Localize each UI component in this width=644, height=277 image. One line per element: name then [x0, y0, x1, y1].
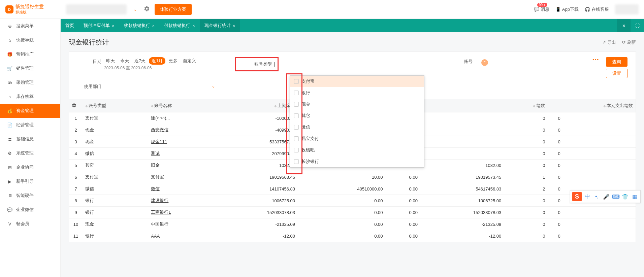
sidebar-item-gift[interactable]: 🎁营销推广 [0, 47, 60, 61]
account-name-link[interactable]: 工商银行1 [151, 210, 171, 215]
sidebar-item-db[interactable]: ≣基础信息 [0, 132, 60, 146]
tab[interactable]: 预付冲应付单× [79, 19, 119, 32]
dropdown-item[interactable]: 现金 [290, 99, 424, 110]
tab[interactable]: 付款核销执行× [159, 19, 200, 32]
wx-icon: 💬 [7, 207, 13, 213]
user-avatar-blurred[interactable] [615, 4, 639, 14]
account-name-link[interactable]: 陡(○○○)... [151, 115, 170, 120]
search-icon: ⊕ [7, 23, 13, 29]
sidebar-item-cart[interactable]: 🛒销售管理 [0, 61, 60, 75]
filter-date: 日期 昨天今天近7天近1月更多自定义 2023-05-06 至 2023-06-… [77, 57, 225, 71]
chevron-down-icon[interactable]: ⌄ [133, 7, 137, 12]
sidebar-item-wx[interactable]: 💬企业微信 [0, 203, 60, 217]
dropdown-item[interactable]: 银行 [290, 87, 424, 99]
account-name-link[interactable]: 西安微信 [151, 127, 168, 132]
table-header[interactable]: ◆笔数 [504, 99, 548, 112]
collapse-up-icon[interactable]: ⌃ [481, 59, 488, 66]
customer-service-link[interactable]: 🎧 在线客服 [585, 6, 609, 12]
checkbox[interactable] [294, 91, 299, 95]
bag-icon: 🛍 [7, 79, 13, 85]
close-icon[interactable]: × [233, 23, 235, 28]
ime-punct-icon[interactable]: •, [593, 193, 601, 200]
account-type-dropdown: 支付宝银行现金其它微信易宝支付收钱吧长沙银行 [290, 75, 424, 168]
checkbox[interactable] [294, 136, 299, 141]
headset-icon: 🎧 [585, 7, 590, 12]
more-dots-icon[interactable]: ••• [592, 57, 599, 62]
sidebar-item-bag[interactable]: 🛍采购管理 [0, 75, 60, 90]
sidebar-item-vip[interactable]: V畅会员 [0, 217, 60, 231]
date-chip[interactable]: 近1月 [149, 57, 165, 65]
table-header[interactable]: ◆账号名称 [148, 99, 214, 112]
promo-button[interactable]: 体验行业方案 [155, 4, 192, 15]
ime-mic-icon[interactable]: 🎤 [603, 193, 610, 200]
date-chip[interactable]: 昨天 [104, 57, 117, 65]
close-icon[interactable]: × [192, 23, 195, 28]
account-name-link[interactable]: 测试 [151, 151, 160, 156]
close-icon[interactable]: × [152, 23, 155, 28]
checkbox[interactable] [294, 125, 299, 130]
table-header[interactable]: ◆本期支出笔数 [548, 99, 636, 112]
close-all-tabs-button[interactable]: ✕ [617, 19, 631, 32]
ime-tools-icon[interactable]: ▦ [631, 193, 638, 200]
table-row: 6支付宝支付宝19019563.4510.000.0019019573.4510 [69, 171, 636, 183]
sidebar-item-box[interactable]: ⌂库存核算 [0, 90, 60, 104]
table-header[interactable] [420, 99, 504, 112]
dropdown-item[interactable]: 长沙银行 [290, 156, 424, 167]
checkbox[interactable] [294, 159, 299, 164]
refresh-button[interactable]: ⟳ 刷新 [622, 39, 636, 45]
sidebar-item-search[interactable]: ⊕搜索菜单 [0, 19, 60, 33]
sidebar-item-doc[interactable]: 📄经营管理 [0, 118, 60, 132]
export-button[interactable]: ↗ 导出 [602, 39, 616, 45]
account-name-link[interactable]: 建设银行 [151, 198, 168, 203]
close-icon[interactable]: × [112, 23, 115, 28]
sogou-icon[interactable]: S [572, 192, 582, 201]
logo-icon: b [5, 5, 13, 13]
table-row: 8银行建设银行1006725.000.000.001006725.0000 [69, 195, 636, 207]
tabs-bar: 首页预付冲应付单×收款核销执行×付款核销执行×现金银行统计× ✕ ⛶ [61, 19, 644, 32]
sidebar-item-money[interactable]: 💰资金管理 [0, 104, 60, 118]
account-name-link[interactable]: 中国银行 [151, 221, 168, 227]
account-name-link[interactable]: 支付宝 [151, 174, 164, 179]
date-chip[interactable]: 自定义 [181, 57, 198, 65]
table-header[interactable]: ◆账号类型 [83, 99, 148, 112]
messages-link[interactable]: 💬 消息 99 + [534, 6, 549, 12]
app-download-link[interactable]: 📱 App下载 [555, 6, 579, 12]
account-input[interactable] [475, 57, 590, 65]
department-input[interactable]: ⌄ [104, 82, 215, 90]
ime-skin-icon[interactable]: 👕 [621, 193, 629, 200]
date-chip[interactable]: 更多 [167, 57, 180, 65]
checkbox[interactable] [294, 148, 299, 152]
account-name-link[interactable]: 微信 [151, 186, 160, 191]
sidebar-item-hw[interactable]: 🖥智能硬件 [0, 188, 60, 203]
tab[interactable]: 收款核销执行× [119, 19, 160, 32]
account-name-link[interactable]: 现金111 [151, 139, 167, 144]
account-type-input[interactable]: 账号类型 [235, 57, 279, 71]
dropdown-item[interactable]: 易宝支付 [290, 133, 424, 144]
sidebar-item-gear[interactable]: ⚙系统管理 [0, 146, 60, 160]
fullscreen-button[interactable]: ⛶ [631, 19, 644, 32]
table-header[interactable]: ◆上期余额 [214, 99, 298, 112]
gear-icon[interactable] [144, 6, 150, 13]
date-chip[interactable]: 今天 [118, 57, 131, 65]
ime-lang[interactable]: 中 [584, 193, 591, 200]
sidebar-item-help[interactable]: ▶新手引导 [0, 174, 60, 188]
sort-icon: ◆ [151, 104, 154, 108]
dropdown-item[interactable]: 微信 [290, 122, 424, 133]
dropdown-item[interactable]: 其它 [290, 110, 424, 122]
tab[interactable]: 现金银行统计× [200, 19, 240, 32]
dropdown-item[interactable]: 支付宝 [290, 76, 424, 87]
settings-button[interactable]: 设置 [606, 69, 627, 78]
account-name-link[interactable]: 旧金 [151, 163, 160, 168]
query-button[interactable]: 查询 [606, 57, 627, 67]
table-settings-gear[interactable] [69, 99, 83, 112]
date-chip[interactable]: 近7天 [132, 57, 148, 65]
ime-keyboard-icon[interactable]: ⌨ [612, 193, 619, 200]
dropdown-item[interactable]: 收钱吧 [290, 144, 424, 156]
account-name-link[interactable]: AAA [151, 234, 160, 239]
checkbox[interactable] [294, 102, 299, 107]
checkbox[interactable] [294, 113, 299, 118]
tab[interactable]: 首页 [61, 19, 79, 32]
sidebar-item-org[interactable]: ⊞企业协同 [0, 160, 60, 174]
sidebar-item-home[interactable]: ⌂快捷导航 [0, 33, 60, 47]
checkbox[interactable] [294, 79, 299, 84]
